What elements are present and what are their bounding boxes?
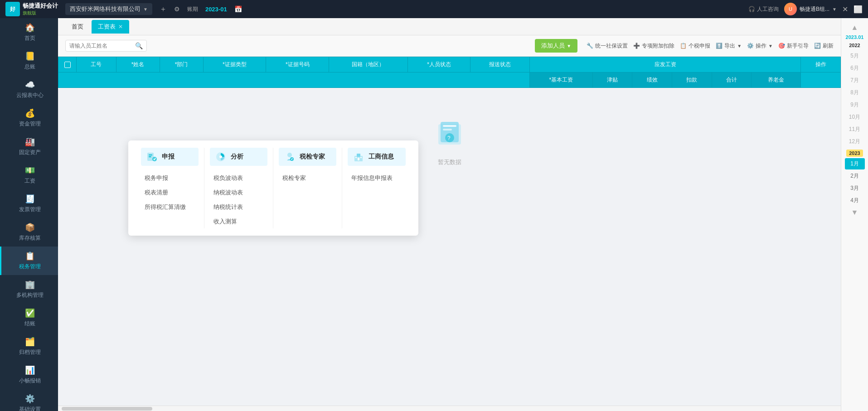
sidebar-label-settings: 基础设置 <box>19 406 41 411</box>
select-all-checkbox[interactable] <box>64 62 71 68</box>
archive-icon: 🗂️ <box>25 337 35 347</box>
settings-icon[interactable]: ⚙ <box>174 5 180 13</box>
export-dropdown-arrow: ▼ <box>737 44 742 48</box>
month-10-prev[interactable]: 10月 <box>845 111 865 123</box>
panel-up-nav[interactable]: ▲ <box>849 22 860 34</box>
close-btn[interactable]: ✕ <box>842 5 848 14</box>
menu-item-tax-declare[interactable]: 税务申报 <box>141 171 199 185</box>
month-3-current[interactable]: 3月 <box>845 183 865 194</box>
calendar-icon[interactable]: 📅 <box>234 5 242 13</box>
th-deduct: 扣款 <box>672 73 712 88</box>
tax-expert-title: 税检专家 <box>300 153 325 161</box>
period-value[interactable]: 2023-01 <box>205 6 227 13</box>
th-dept: *部门 <box>160 57 203 73</box>
cloud-icon: ☁️ <box>25 80 35 90</box>
menu-item-tax-burden[interactable]: 税负波动表 <box>210 171 267 185</box>
top-bar: 好 畅捷通好会计 旗舰版 西安虾米网络科技有限公司 ▼ ＋ ⚙ 账期 2023-… <box>0 0 868 18</box>
svg-rect-3 <box>443 129 452 131</box>
sidebar-label-cloud: 云报表中心 <box>16 92 44 99</box>
sidebar-label-multi: 多机构管理 <box>16 291 44 299</box>
th-submit-status[interactable]: 报送状态 <box>470 57 530 73</box>
sidebar-label-archive: 归档管理 <box>19 348 41 356</box>
menu-item-tax-expert[interactable]: 税检专家 <box>279 171 336 185</box>
month-7-prev[interactable]: 7月 <box>845 75 865 86</box>
sidebar-item-settings[interactable]: ⚙️ 基础设置 <box>0 389 58 411</box>
special-deduct-btn[interactable]: ➕ 专项附加扣除 <box>633 42 674 50</box>
service-btn[interactable]: 🎧 人工咨询 <box>748 5 779 13</box>
svg-point-11 <box>219 155 222 158</box>
sidebar-item-report[interactable]: 📊 小畅报销 <box>0 361 58 389</box>
month-2-current[interactable]: 2月 <box>845 170 865 182</box>
home-icon: 🏠 <box>25 23 35 33</box>
sidebar-item-multi[interactable]: 🏢 多机构管理 <box>0 275 58 304</box>
sidebar-item-cloud[interactable]: ☁️ 云报表中心 <box>0 75 58 104</box>
guide-btn[interactable]: 🎯 新手引导 <box>778 42 809 50</box>
menu-item-tax-stat[interactable]: 纳税统计表 <box>210 200 267 214</box>
multi-icon: 🏢 <box>25 280 35 290</box>
export-btn[interactable]: ⬆️ 导出 ▼ <box>716 42 742 50</box>
sidebar-item-salary[interactable]: 💵 工资 <box>0 161 58 189</box>
refresh-icon: 🔄 <box>814 43 821 49</box>
panel-down-nav[interactable]: ▼ <box>849 207 860 218</box>
svg-rect-18 <box>360 157 362 158</box>
th-operate2 <box>801 73 841 88</box>
month-12-prev[interactable]: 12月 <box>845 136 865 147</box>
maximize-icon[interactable]: ⬜ <box>853 5 863 14</box>
gongshang-icon <box>352 150 365 163</box>
sidebar-item-tax[interactable]: 📋 税务管理 <box>0 247 58 275</box>
sidebar-item-home[interactable]: 🏠 首页 <box>0 18 58 47</box>
social-insurance-btn[interactable]: 🔧 统一社保设置 <box>587 42 628 50</box>
logo-area: 好 畅捷通好会计 旗舰版 <box>5 2 58 16</box>
th-employee-no: 工号 <box>77 57 116 73</box>
search-input[interactable] <box>69 43 132 49</box>
user-area[interactable]: U 畅捷通B组... ▼ <box>784 3 837 15</box>
sidebar-item-assets[interactable]: 🏭 固定资产 <box>0 132 58 161</box>
sidebar-item-funds[interactable]: 💰 资金管理 <box>0 104 58 132</box>
month-4-current[interactable]: 4月 <box>845 195 865 206</box>
add-employee-btn[interactable]: 添加人员 ▼ <box>535 39 577 53</box>
search-input-wrap[interactable]: 🔍 <box>65 40 147 52</box>
menu-item-annual-tax[interactable]: 所得税汇算清缴 <box>141 200 199 214</box>
company-selector[interactable]: 西安虾米网络科技有限公司 ▼ <box>65 3 152 15</box>
tab-salary-table[interactable]: 工资表 ✕ <box>92 20 129 34</box>
month-5-prev[interactable]: 5月 <box>845 50 865 62</box>
sidebar-item-archive[interactable]: 🗂️ 归档管理 <box>0 332 58 361</box>
month-1-current[interactable]: 1月 <box>845 158 865 169</box>
operate-btn[interactable]: ⚙️ 操作 ▼ <box>747 42 773 50</box>
social-insurance-icon: 🔧 <box>587 43 593 49</box>
menu-item-income-estimate[interactable]: 收入测算 <box>210 215 267 228</box>
month-8-prev[interactable]: 8月 <box>845 87 865 98</box>
th-checkbox[interactable] <box>58 57 77 73</box>
personal-tax-btn[interactable]: 📋 个税申报 <box>680 42 710 50</box>
scroll-thumb[interactable] <box>62 407 152 411</box>
operate-label: 操作 <box>756 42 766 50</box>
tab-home[interactable]: 首页 <box>65 20 90 34</box>
horizontal-scrollbar[interactable] <box>58 406 841 411</box>
section-header-shenbo: 申报 <box>141 148 199 166</box>
month-6-prev[interactable]: 6月 <box>845 63 865 74</box>
menu-item-tax-wave[interactable]: 纳税波动表 <box>210 186 267 199</box>
menu-item-annual-report[interactable]: 年报信息申报表 <box>348 171 406 185</box>
sidebar-item-inventory[interactable]: 📦 库存核算 <box>0 218 58 247</box>
assets-icon: 🏭 <box>25 137 35 147</box>
svg-rect-7 <box>149 155 152 155</box>
fenxi-title: 分析 <box>231 153 243 161</box>
th-performance: 绩效 <box>632 73 672 88</box>
sidebar-item-settle[interactable]: ✅ 结账 <box>0 304 58 332</box>
fenxi-items: 税负波动表 纳税波动表 纳税统计表 收入测算 <box>210 171 267 228</box>
user-avatar: U <box>784 3 797 15</box>
ledger-icon: 📒 <box>25 51 35 61</box>
th-person-status[interactable]: *人员状态 <box>407 57 470 73</box>
month-11-prev[interactable]: 11月 <box>845 124 865 135</box>
sidebar-item-invoice[interactable]: 🧾 发票管理 <box>0 189 58 218</box>
month-9-prev[interactable]: 9月 <box>845 99 865 111</box>
menu-item-tax-list[interactable]: 税表清册 <box>141 186 199 199</box>
refresh-btn[interactable]: 🔄 刷新 <box>814 42 834 50</box>
search-icon[interactable]: 🔍 <box>135 42 143 49</box>
th-salary-group: 应发工资 <box>529 57 800 73</box>
add-company-icon[interactable]: ＋ <box>160 5 167 14</box>
tab-close-icon[interactable]: ✕ <box>118 24 123 30</box>
shenbo-icon <box>145 150 158 163</box>
sidebar-item-ledger[interactable]: 📒 总账 <box>0 47 58 75</box>
logo-text: 畅捷通好会计 旗舰版 <box>23 2 58 16</box>
